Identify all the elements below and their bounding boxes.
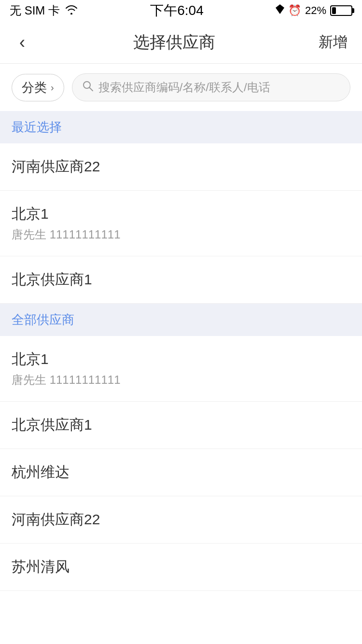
list-item[interactable]: 杭州维达 — [0, 449, 362, 496]
supplier-contact: 唐先生 11111111111 — [12, 227, 350, 242]
supplier-name: 苏州清风 — [12, 557, 350, 577]
battery-percent: 22% — [305, 4, 326, 17]
search-box[interactable]: 搜索供应商编码/名称/联系人/电话 — [72, 73, 350, 101]
alarm-icon: ⏰ — [288, 4, 301, 17]
list-item[interactable]: 北京供应商1 — [0, 402, 362, 449]
list-item[interactable]: 苏州清风 — [0, 544, 362, 591]
carrier-label: 无 SIM 卡 — [10, 3, 60, 18]
all-section-label: 全部供应商 — [12, 312, 74, 327]
filter-row: 分类 › 搜索供应商编码/名称/联系人/电话 — [0, 64, 362, 111]
status-left: 无 SIM 卡 — [10, 3, 78, 18]
list-item[interactable]: 北京1 唐先生 11111111111 — [0, 191, 362, 256]
battery-fill — [332, 7, 336, 14]
status-right: ⏰ 22% — [276, 4, 352, 17]
list-item[interactable]: 北京供应商1 — [0, 256, 362, 304]
list-item[interactable]: 河南供应商22 — [0, 496, 362, 544]
add-button[interactable]: 新增 — [319, 32, 348, 52]
category-button[interactable]: 分类 › — [12, 74, 64, 101]
status-bar: 无 SIM 卡 下午6:04 ⏰ 22% — [0, 0, 362, 21]
all-items-list: 北京1 唐先生 11111111111 北京供应商1 杭州维达 河南供应商22 … — [0, 336, 362, 591]
page-title: 选择供应商 — [133, 31, 215, 54]
supplier-name: 杭州维达 — [12, 462, 350, 482]
supplier-name: 北京1 — [12, 350, 350, 369]
search-placeholder: 搜索供应商编码/名称/联系人/电话 — [98, 80, 270, 95]
supplier-name: 河南供应商22 — [12, 157, 350, 177]
recent-items-list: 河南供应商22 北京1 唐先生 11111111111 北京供应商1 — [0, 143, 362, 304]
location-icon — [276, 4, 284, 17]
category-label: 分类 — [22, 79, 47, 96]
battery-icon — [330, 5, 352, 16]
supplier-name: 北京供应商1 — [12, 415, 350, 435]
chevron-right-icon: › — [51, 82, 54, 93]
recent-section-header: 最近选择 — [0, 111, 362, 143]
supplier-name: 河南供应商22 — [12, 510, 350, 530]
nav-bar: ‹ 选择供应商 新增 — [0, 21, 362, 64]
list-item[interactable]: 河南供应商22 — [0, 143, 362, 191]
all-section-header: 全部供应商 — [0, 304, 362, 336]
list-item[interactable]: 北京1 唐先生 11111111111 — [0, 336, 362, 402]
status-time: 下午6:04 — [150, 1, 204, 20]
supplier-name: 北京1 — [12, 204, 350, 224]
back-button[interactable]: ‹ — [14, 28, 30, 57]
supplier-contact: 唐先生 11111111111 — [12, 372, 350, 388]
wifi-icon — [65, 4, 78, 17]
supplier-name: 北京供应商1 — [12, 270, 350, 290]
svg-line-1 — [89, 88, 93, 91]
search-icon — [82, 80, 94, 95]
recent-section-label: 最近选择 — [12, 120, 62, 134]
